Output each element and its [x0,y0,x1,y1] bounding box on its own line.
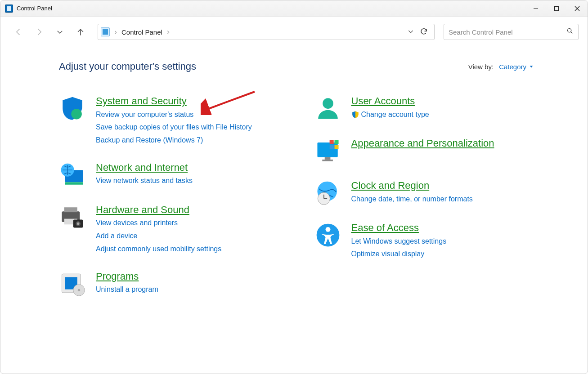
category-link[interactable]: View devices and printers [96,218,221,229]
window-title: Control Panel [17,5,52,12]
back-button[interactable] [9,23,27,41]
category-clock-region: Clock and Region Change date, time, or n… [314,179,534,206]
refresh-button[interactable] [420,27,428,37]
category-appearance-personalization: Appearance and Personalization [314,137,534,164]
category-user-accounts: User Accounts Change account type [314,95,534,122]
category-hardware-sound: Hardware and Sound View devices and prin… [59,204,278,255]
maximize-button[interactable] [546,0,567,17]
breadcrumb-separator-icon [166,28,171,36]
category-link[interactable]: Adjust commonly used mobility settings [96,244,221,255]
category-programs: Programs Uninstall a program [59,270,278,297]
accessibility-icon [314,222,341,249]
category-link[interactable]: Change account type [351,109,429,120]
title-bar: Control Panel [0,0,588,17]
printer-camera-icon [59,204,86,231]
category-title[interactable]: Ease of Access [351,222,447,234]
svg-point-17 [77,223,79,225]
category-column-left: System and Security Review your computer… [59,95,278,297]
svg-rect-23 [317,142,337,157]
category-title[interactable]: System and Security [96,95,252,107]
svg-rect-26 [329,140,333,144]
svg-rect-13 [64,207,77,212]
svg-point-8 [71,109,82,120]
svg-marker-7 [530,66,533,67]
view-by-label: View by: [468,63,494,71]
category-link[interactable]: Review your computer's status [96,109,252,120]
category-link[interactable]: Backup and Restore (Windows 7) [96,135,252,146]
search-icon [566,27,574,36]
svg-rect-27 [334,140,338,144]
breadcrumb-root[interactable]: Control Panel [121,28,162,36]
svg-point-5 [568,29,571,32]
search-input[interactable] [449,28,566,36]
toolbar: Control Panel [0,17,588,47]
svg-line-6 [571,32,572,33]
category-link[interactable]: View network status and tasks [96,175,193,187]
address-bar[interactable]: Control Panel [98,24,435,40]
svg-point-21 [78,289,80,291]
shield-icon [59,95,86,122]
svg-rect-28 [329,145,333,149]
forward-button[interactable] [30,23,48,41]
recent-button[interactable] [51,23,69,41]
category-link[interactable]: Uninstall a program [96,284,158,295]
uac-shield-icon [351,111,359,119]
monitor-tiles-icon [314,137,341,164]
page-heading: Adjust your computer's settings [59,61,196,72]
control-panel-icon [5,4,13,13]
svg-rect-29 [334,145,338,149]
svg-rect-25 [322,160,333,161]
category-system-security: System and Security Review your computer… [59,95,278,146]
view-by-value[interactable]: Category [499,63,534,71]
category-title[interactable]: Programs [96,270,158,283]
svg-point-35 [325,227,330,232]
globe-monitor-icon [59,161,86,188]
globe-clock-icon [314,179,341,206]
minimize-button[interactable] [525,0,546,17]
view-by-control[interactable]: View by: Category [468,63,534,71]
category-title[interactable]: Network and Internet [96,161,193,174]
category-link[interactable]: Add a device [96,231,221,242]
category-link[interactable]: Change date, time, or number formats [351,194,473,205]
category-link[interactable]: Let Windows suggest settings [351,236,447,247]
category-network-internet: Network and Internet View network status… [59,161,278,188]
search-box[interactable] [444,24,579,40]
content-area: Adjust your computer's settings View by:… [0,47,588,311]
svg-point-22 [323,98,333,109]
category-link[interactable]: Optimize visual display [351,249,447,260]
user-icon [314,95,341,122]
category-title[interactable]: Appearance and Personalization [351,137,494,150]
history-dropdown-button[interactable] [407,28,414,36]
programs-icon [59,270,86,297]
close-button[interactable] [567,0,588,17]
breadcrumb-separator-icon [113,28,118,36]
svg-rect-24 [324,157,330,160]
address-control-panel-icon [101,27,110,36]
category-title[interactable]: Hardware and Sound [96,204,221,216]
category-column-right: User Accounts Change account type Appear… [314,95,534,297]
category-title[interactable]: Clock and Region [351,179,473,192]
category-ease-of-access: Ease of Access Let Windows suggest setti… [314,222,534,260]
category-link[interactable]: Save backup copies of your files with Fi… [96,122,252,133]
category-title[interactable]: User Accounts [351,95,429,107]
up-button[interactable] [72,23,90,41]
svg-rect-10 [65,182,83,184]
svg-rect-1 [555,6,559,10]
